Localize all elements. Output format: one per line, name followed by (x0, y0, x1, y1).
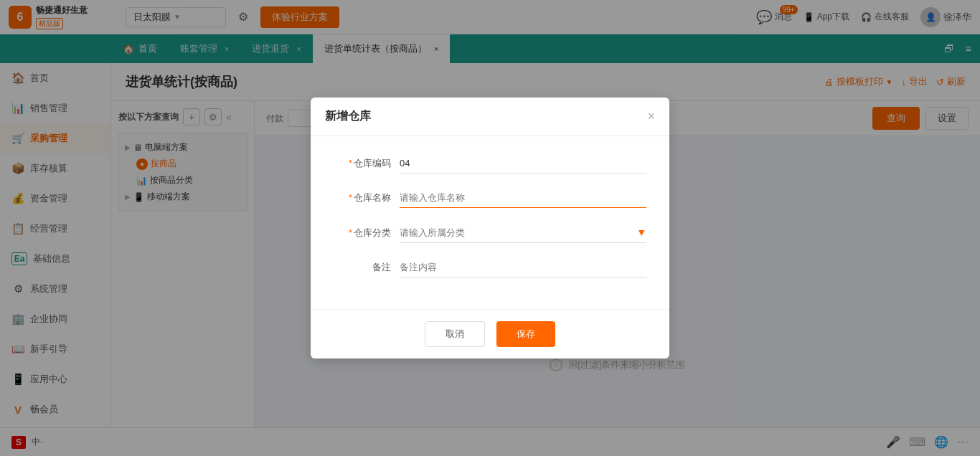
category-select-row: ▼ (400, 222, 646, 243)
form-row-name: 仓库名称 (334, 188, 646, 208)
warehouse-name-input[interactable] (400, 188, 646, 208)
category-dropdown-icon[interactable]: ▼ (636, 227, 646, 238)
form-row-note: 备注 (334, 257, 646, 277)
category-input[interactable] (400, 227, 636, 238)
note-input[interactable] (400, 257, 646, 277)
add-warehouse-modal: 新增仓库 × 仓库编码 仓库名称 仓库分类 ▼ (311, 98, 669, 358)
modal-header: 新增仓库 × (311, 98, 669, 136)
form-row-code: 仓库编码 (334, 153, 646, 174)
form-row-category: 仓库分类 ▼ (334, 222, 646, 243)
modal-overlay[interactable]: 新增仓库 × 仓库编码 仓库名称 仓库分类 ▼ (0, 0, 980, 456)
code-label: 仓库编码 (334, 157, 391, 170)
category-label: 仓库分类 (334, 227, 391, 239)
modal-title: 新增仓库 (325, 109, 371, 124)
modal-footer: 取消 保存 (311, 309, 669, 358)
save-button[interactable]: 保存 (496, 321, 555, 347)
modal-close-button[interactable]: × (647, 109, 655, 124)
cancel-button[interactable]: 取消 (425, 321, 485, 347)
warehouse-code-input[interactable] (400, 153, 646, 174)
name-label: 仓库名称 (334, 191, 391, 204)
modal-body: 仓库编码 仓库名称 仓库分类 ▼ 备注 (311, 136, 669, 309)
note-label: 备注 (334, 261, 391, 274)
